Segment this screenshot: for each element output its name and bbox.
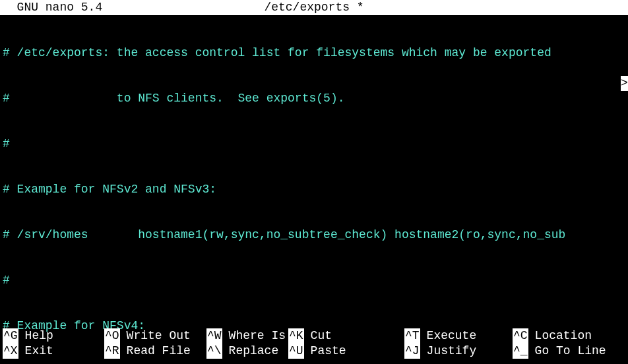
shortcut-row-1: ^GHelp ^OWrite Out ^WWhere Is ^KCut ^TEx… [3,328,625,344]
editor-line: # [3,136,625,152]
shortcut-key: ^K [288,328,304,344]
shortcut-cut[interactable]: ^KCut [288,328,404,344]
title-bar: GNU nano 5.4 /etc/exports * [0,0,628,15]
shortcut-location[interactable]: ^CLocation [513,328,625,344]
shortcut-paste[interactable]: ^UPaste [288,344,404,359]
shortcut-exit[interactable]: ^XExit [3,344,104,359]
shortcut-label: Exit [25,344,53,359]
editor-line: # [3,273,625,288]
editor-line: # /etc/exports: the access control list … [3,46,625,61]
shortcut-key: ^X [3,344,18,359]
shortcut-label: Help [25,328,53,344]
shortcut-label: Read File [127,344,191,359]
shortcut-key: ^\ [206,344,222,359]
editor-line: # to NFS clients. See exports(5). [3,91,625,106]
shortcut-row-2: ^XExit ^RRead File ^\Replace ^UPaste ^JJ… [3,344,625,359]
shortcut-key: ^C [513,328,528,344]
shortcut-write-out[interactable]: ^OWrite Out [104,328,206,344]
shortcut-key: ^_ [513,344,528,359]
shortcut-key: ^J [404,344,420,359]
line-truncation-indicator: > [621,76,628,91]
shortcut-label: Where Is [229,328,286,344]
shortcut-label: Paste [311,344,346,359]
shortcut-label: Execute [427,328,477,344]
shortcut-help[interactable]: ^GHelp [3,328,104,344]
shortcut-read-file[interactable]: ^RRead File [104,344,206,359]
app-name: GNU nano 5.4 [3,0,102,15]
shortcut-key: ^U [288,344,304,359]
shortcut-replace[interactable]: ^\Replace [206,344,288,359]
shortcut-bar: ^GHelp ^OWrite Out ^WWhere Is ^KCut ^TEx… [3,328,625,359]
editor-line: # Example for NFSv2 and NFSv3: [3,182,625,197]
shortcut-label: Go To Line [535,344,606,359]
editor-line: # /srv/homes hostname1(rw,sync,no_subtre… [3,228,625,243]
shortcut-justify[interactable]: ^JJustify [404,344,513,359]
shortcut-key: ^R [104,344,120,359]
shortcut-where-is[interactable]: ^WWhere Is [206,328,288,344]
shortcut-label: Write Out [127,328,191,344]
shortcut-key: ^W [206,328,222,344]
file-path: /etc/exports * [264,0,363,15]
shortcut-label: Justify [427,344,477,359]
shortcut-go-to-line[interactable]: ^_Go To Line [513,344,625,359]
shortcut-key: ^O [104,328,120,344]
shortcut-key: ^T [404,328,420,344]
shortcut-execute[interactable]: ^TExecute [404,328,513,344]
shortcut-label: Location [535,328,592,344]
editor-area[interactable]: # /etc/exports: the access control list … [0,15,628,364]
shortcut-key: ^G [3,328,18,344]
shortcut-label: Cut [311,328,332,344]
shortcut-label: Replace [229,344,279,359]
